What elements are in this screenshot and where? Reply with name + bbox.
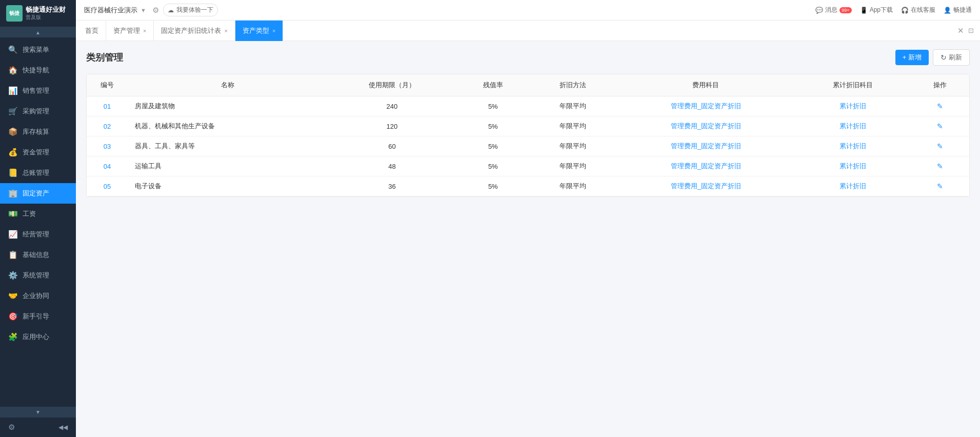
tab-label-asset_mgmt: 资产管理 bbox=[113, 26, 140, 35]
cloud-icon: ☁ bbox=[168, 7, 174, 14]
col-header: 编号 bbox=[87, 74, 128, 96]
nav-label-guide: 新手引导 bbox=[23, 312, 49, 321]
nav-icon-inventory: 📦 bbox=[8, 127, 17, 136]
topbar-settings-icon[interactable]: ⚙ bbox=[152, 6, 159, 15]
logo-text-block: 畅捷通好业财 普及版 bbox=[26, 6, 66, 22]
logo-icon: 畅捷 bbox=[6, 5, 23, 22]
close-tab-asset_mgmt[interactable]: × bbox=[143, 28, 146, 34]
window-expand-icon[interactable]: ⊡ bbox=[968, 27, 974, 34]
header-row: 编号名称使用期限（月）残值率折旧方法费用科目累计折旧科目操作 bbox=[87, 74, 969, 96]
sidebar-item-inventory[interactable]: 📦 库存核算 bbox=[0, 122, 76, 142]
sidebar-scroll-down[interactable]: ▼ bbox=[0, 407, 76, 417]
company-selector[interactable]: 医疗器械行业演示 ▼ bbox=[84, 6, 146, 15]
sidebar-item-guide[interactable]: 🎯 新手引导 bbox=[0, 306, 76, 327]
sidebar-item-salary[interactable]: 💵 工资 bbox=[0, 204, 76, 224]
nav-label-salary: 工资 bbox=[23, 209, 36, 218]
cell-action[interactable]: ✎ bbox=[911, 156, 969, 176]
page-title: 类别管理 bbox=[86, 51, 123, 64]
table-row: 03 器具、工具、家具等 60 5% 年限平均 管理费用_固定资产折旧 累计折旧… bbox=[87, 136, 969, 156]
sidebar-footer: ⚙ ◀◀ bbox=[0, 417, 76, 437]
sidebar-item-capital[interactable]: 💰 资金管理 bbox=[0, 142, 76, 163]
cell-duration: 120 bbox=[327, 116, 456, 136]
cell-name: 运输工具 bbox=[128, 156, 327, 176]
nav-icon-purchase: 🛒 bbox=[8, 107, 17, 116]
header-actions: + 新增 ↻ 刷新 bbox=[895, 49, 970, 66]
close-tab-asset_type[interactable]: × bbox=[272, 28, 275, 34]
content-area: 类别管理 + 新增 ↻ 刷新 编号名称使用期限（月）残值率折旧方法费用科目累计折… bbox=[76, 41, 980, 437]
nav-label-quicknav: 快捷导航 bbox=[23, 66, 49, 75]
edit-icon[interactable]: ✎ bbox=[937, 162, 943, 170]
sidebar-item-app[interactable]: 🧩 应用中心 bbox=[0, 327, 76, 347]
footer-collapse-icon[interactable]: ◀◀ bbox=[58, 424, 68, 431]
col-header: 累计折旧科目 bbox=[795, 74, 910, 96]
cell-action[interactable]: ✎ bbox=[911, 176, 969, 196]
edit-icon[interactable]: ✎ bbox=[937, 142, 943, 150]
badge-message: 99+ bbox=[839, 7, 851, 13]
cell-code: 02 bbox=[87, 116, 128, 136]
sidebar-item-operations[interactable]: 📈 经营管理 bbox=[0, 224, 76, 245]
cell-name: 器具、工具、家具等 bbox=[128, 136, 327, 156]
sidebar-scroll-up[interactable]: ▲ bbox=[0, 27, 76, 37]
tab-depreciation_table[interactable]: 固定资产折旧统计表× bbox=[154, 21, 235, 41]
tabbar: 首页资产管理×固定资产折旧统计表×资产类型× ✕ ⊡ bbox=[76, 21, 980, 41]
nav-icon-capital: 💰 bbox=[8, 148, 17, 157]
topbar-item-message[interactable]: 💬 消息 99+ bbox=[815, 6, 851, 14]
sidebar-item-search[interactable]: 🔍 搜索菜单 bbox=[0, 39, 76, 60]
sidebar-item-fixed[interactable]: 🏢 固定资产 bbox=[0, 183, 76, 204]
edit-icon[interactable]: ✎ bbox=[937, 102, 943, 110]
sidebar-item-system[interactable]: ⚙️ 系统管理 bbox=[0, 265, 76, 286]
window-close-icon[interactable]: ✕ bbox=[957, 26, 964, 35]
topbar-item-user[interactable]: 👤 畅捷通 bbox=[944, 6, 972, 14]
nav-icon-salary: 💵 bbox=[8, 209, 17, 218]
label-customer_service: 在线客服 bbox=[911, 6, 935, 14]
nav-icon-sales: 📊 bbox=[8, 86, 17, 95]
main-content: 医疗器械行业演示 ▼ ⚙ ☁ 我要体验一下 💬 消息 99+ 📱 App下载 🎧… bbox=[76, 0, 980, 437]
icon-customer_service: 🎧 bbox=[901, 7, 909, 14]
nav-label-basic: 基础信息 bbox=[23, 250, 49, 260]
experience-button[interactable]: ☁ 我要体验一下 bbox=[163, 4, 218, 16]
experience-label: 我要体验一下 bbox=[176, 6, 213, 14]
nav-icon-guide: 🎯 bbox=[8, 312, 17, 321]
tab-label-depreciation_table: 固定资产折旧统计表 bbox=[161, 26, 221, 35]
topbar-item-app_download[interactable]: 📱 App下载 bbox=[860, 6, 893, 14]
tab-asset_type[interactable]: 资产类型× bbox=[235, 21, 283, 41]
sidebar-item-ledger[interactable]: 📒 总账管理 bbox=[0, 163, 76, 183]
refresh-button[interactable]: ↻ 刷新 bbox=[933, 49, 970, 66]
tab-label-home: 首页 bbox=[85, 26, 98, 35]
icon-app_download: 📱 bbox=[860, 7, 868, 14]
table-body: 01 房屋及建筑物 240 5% 年限平均 管理费用_固定资产折旧 累计折旧 ✎… bbox=[87, 96, 969, 196]
cell-accumulated-depreciation: 累计折旧 bbox=[795, 136, 910, 156]
edit-icon[interactable]: ✎ bbox=[937, 182, 943, 190]
sidebar-item-quicknav[interactable]: 🏠 快捷导航 bbox=[0, 60, 76, 81]
refresh-label: 刷新 bbox=[949, 53, 962, 62]
sidebar-item-basic[interactable]: 📋 基础信息 bbox=[0, 245, 76, 265]
footer-settings-icon[interactable]: ⚙ bbox=[8, 423, 15, 432]
cell-action[interactable]: ✎ bbox=[911, 116, 969, 136]
cell-residual-rate: 5% bbox=[456, 96, 529, 116]
cell-residual-rate: 5% bbox=[456, 176, 529, 196]
nav-icon-fixed: 🏢 bbox=[8, 189, 17, 198]
icon-message: 💬 bbox=[815, 7, 823, 14]
cell-expense-subject: 管理费用_固定资产折旧 bbox=[616, 116, 796, 136]
topbar-item-customer_service[interactable]: 🎧 在线客服 bbox=[901, 6, 935, 14]
tab-home[interactable]: 首页 bbox=[82, 21, 106, 41]
new-button[interactable]: + 新增 bbox=[895, 50, 929, 65]
sidebar-item-purchase[interactable]: 🛒 采购管理 bbox=[0, 101, 76, 122]
close-tab-depreciation_table[interactable]: × bbox=[224, 28, 227, 34]
label-app_download: App下载 bbox=[870, 6, 893, 14]
tab-asset_mgmt[interactable]: 资产管理× bbox=[106, 21, 154, 41]
label-user: 畅捷通 bbox=[953, 6, 972, 14]
label-message: 消息 bbox=[825, 6, 837, 14]
cell-duration: 36 bbox=[327, 176, 456, 196]
edit-icon[interactable]: ✎ bbox=[937, 122, 943, 130]
cell-action[interactable]: ✎ bbox=[911, 136, 969, 156]
sidebar-item-sales[interactable]: 📊 销售管理 bbox=[0, 81, 76, 101]
nav-label-app: 应用中心 bbox=[23, 332, 49, 342]
col-header: 费用科目 bbox=[616, 74, 796, 96]
table-row: 01 房屋及建筑物 240 5% 年限平均 管理费用_固定资产折旧 累计折旧 ✎ bbox=[87, 96, 969, 116]
sidebar-item-enterprise[interactable]: 🤝 企业协同 bbox=[0, 286, 76, 306]
nav-label-sales: 销售管理 bbox=[23, 86, 49, 95]
cell-depreciation-method: 年限平均 bbox=[529, 136, 616, 156]
cell-action[interactable]: ✎ bbox=[911, 96, 969, 116]
cell-name: 电子设备 bbox=[128, 176, 327, 196]
